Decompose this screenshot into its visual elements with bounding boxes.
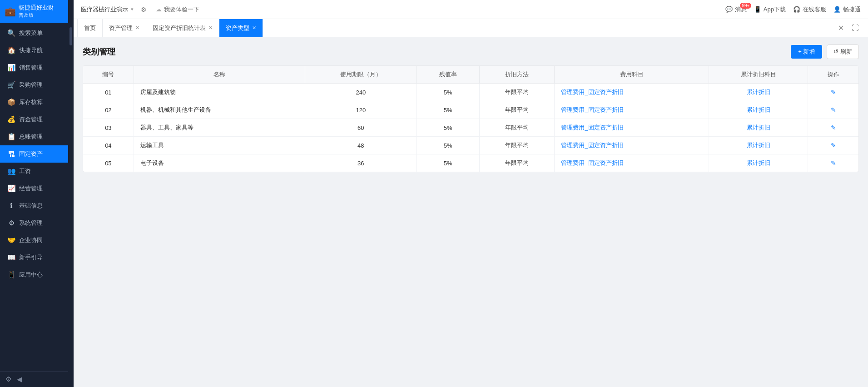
app-name: 畅捷通好业财 (19, 4, 54, 12)
maximize-button[interactable]: ⛶ (850, 23, 861, 34)
cell-edit-button[interactable]: ✎ (808, 101, 858, 119)
cell-accumulated-subject: 累计折旧 (709, 84, 808, 101)
sidebar-item-fixed-assets[interactable]: 🏗 固定资产 (0, 145, 68, 163)
operations-icon: 📈 (7, 184, 15, 193)
sidebar-scroll-thumb[interactable] (69, 27, 72, 45)
cell-residual: 5% (417, 84, 480, 101)
col-period: 使用期限（月） (305, 66, 417, 84)
sidebar-item-label: 基础信息 (19, 202, 43, 210)
sidebar-item-basic-info[interactable]: ℹ 基础信息 (0, 197, 68, 214)
home-icon: 🏠 (7, 46, 15, 55)
col-residual: 残值率 (417, 66, 480, 84)
tab-close-icon[interactable]: ✕ (135, 25, 139, 31)
tab-asset-management[interactable]: 资产管理 ✕ (103, 19, 146, 37)
cell-method: 年限平均 (480, 137, 555, 154)
sidebar-scroll-track[interactable] (68, 0, 74, 387)
col-operation: 操作 (808, 66, 858, 84)
sidebar-item-label: 库存核算 (19, 98, 43, 106)
cell-residual: 5% (417, 137, 480, 154)
cell-period: 36 (305, 154, 417, 172)
cell-edit-button[interactable]: ✎ (808, 137, 858, 154)
sidebar-item-label: 新手引导 (19, 253, 43, 262)
inventory-icon: 📦 (7, 98, 15, 106)
sidebar-item-app-center[interactable]: 📱 应用中心 (0, 266, 68, 283)
tab-close-icon[interactable]: ✕ (252, 25, 256, 31)
sidebar-item-label: 企业协同 (19, 236, 43, 244)
col-accumulated: 累计折旧科目 (709, 66, 808, 84)
sidebar-item-label: 固定资产 (19, 150, 43, 158)
search-icon: 🔍 (7, 29, 15, 37)
cell-accumulated-subject: 累计折旧 (709, 101, 808, 119)
sidebar-item-label: 工资 (19, 167, 31, 175)
message-button[interactable]: 💬 消息 99+ (725, 5, 747, 14)
cell-residual: 5% (417, 101, 480, 119)
sidebar-item-label: 销售管理 (19, 64, 43, 72)
message-icon: 💬 (725, 6, 733, 13)
close-all-button[interactable]: ✕ (835, 23, 846, 34)
tabs-bar: 首页 资产管理 ✕ 固定资产折旧统计表 ✕ 资产类型 ✕ ✕ ⛶ (74, 19, 868, 37)
cell-name: 机器、机械和其他生产设备 (134, 101, 305, 119)
sidebar-item-quick-nav[interactable]: 🏠 快捷导航 (0, 42, 68, 59)
table-row: 05 电子设备 36 5% 年限平均 管理费用_固定资产折旧 累计折旧 ✎ (83, 154, 858, 172)
user-icon: 👤 (833, 6, 841, 13)
cell-code: 05 (83, 154, 134, 172)
sidebar: 💼 畅捷通好业财 普及版 🔍 搜索菜单 🏠 快捷导航 📊 销售管理 🛒 采购管理… (0, 0, 68, 387)
tab-close-icon[interactable]: ✕ (208, 25, 213, 31)
sidebar-item-ledger[interactable]: 📋 总账管理 (0, 128, 68, 145)
refresh-button[interactable]: ↺ 刷新 (827, 45, 859, 59)
cell-method: 年限平均 (480, 154, 555, 172)
capital-icon: 💰 (7, 115, 15, 124)
cell-period: 60 (305, 119, 417, 137)
cell-edit-button[interactable]: ✎ (808, 119, 858, 137)
col-name: 名称 (134, 66, 305, 84)
sidebar-item-label: 总账管理 (19, 133, 43, 141)
tab-depreciation-table[interactable]: 固定资产折旧统计表 ✕ (146, 19, 219, 37)
cell-accumulated-subject: 累计折旧 (709, 137, 808, 154)
sidebar-item-system[interactable]: ⚙ 系统管理 (0, 214, 68, 232)
sidebar-item-cooperation[interactable]: 🤝 企业协同 (0, 232, 68, 249)
module-selector[interactable]: 医疗器械行业演示 ▾ (81, 5, 134, 14)
topbar-right: 💬 消息 99+ 📱 App下载 🎧 在线客服 👤 畅捷通 (725, 5, 861, 14)
cell-code: 01 (83, 84, 134, 101)
module-name: 医疗器械行业演示 (81, 5, 128, 14)
cooperation-icon: 🤝 (7, 236, 15, 244)
sidebar-item-guide[interactable]: 📖 新手引导 (0, 249, 68, 266)
app-download-button[interactable]: 📱 App下载 (754, 5, 786, 14)
cell-expense-subject: 管理费用_固定资产折旧 (555, 84, 709, 101)
tab-asset-type-label: 资产类型 (226, 24, 249, 32)
col-code: 编号 (83, 66, 134, 84)
collapse-icon[interactable]: ◀ (17, 375, 22, 383)
sidebar-item-purchase[interactable]: 🛒 采购管理 (0, 76, 68, 94)
topbar-gear-icon[interactable]: ⚙ (141, 6, 147, 13)
sidebar-item-payroll[interactable]: 👥 工资 (0, 163, 68, 180)
sidebar-item-capital[interactable]: 💰 资金管理 (0, 111, 68, 128)
cell-edit-button[interactable]: ✎ (808, 154, 858, 172)
basic-info-icon: ℹ (7, 202, 15, 210)
new-button[interactable]: + 新增 (791, 45, 822, 59)
sidebar-item-label: 快捷导航 (19, 46, 43, 55)
online-service-button[interactable]: 🎧 在线客服 (793, 5, 826, 14)
table-row: 02 机器、机械和其他生产设备 120 5% 年限平均 管理费用_固定资产折旧 … (83, 101, 858, 119)
user-button[interactable]: 👤 畅捷通 (833, 5, 861, 14)
experience-label: 我要体验一下 (164, 5, 199, 14)
experience-button[interactable]: ☁ 我要体验一下 (156, 5, 199, 14)
table-row: 03 器具、工具、家具等 60 5% 年限平均 管理费用_固定资产折旧 累计折旧… (83, 119, 858, 137)
cell-edit-button[interactable]: ✎ (808, 84, 858, 101)
system-icon: ⚙ (7, 219, 15, 227)
sidebar-item-operations[interactable]: 📈 经营管理 (0, 180, 68, 197)
table-row: 04 运输工具 48 5% 年限平均 管理费用_固定资产折旧 累计折旧 ✎ (83, 137, 858, 154)
tab-depreciation-label: 固定资产折旧统计表 (153, 24, 206, 32)
settings-icon[interactable]: ⚙ (5, 375, 11, 383)
tab-asset-type[interactable]: 资产类型 ✕ (219, 19, 263, 37)
tab-home[interactable]: 首页 (77, 19, 103, 37)
cell-accumulated-subject: 累计折旧 (709, 119, 808, 137)
payroll-icon: 👥 (7, 167, 15, 175)
online-service-label: 在线客服 (803, 5, 826, 14)
sidebar-item-sales[interactable]: 📊 销售管理 (0, 59, 68, 76)
sidebar-item-inventory[interactable]: 📦 库存核算 (0, 94, 68, 111)
sidebar-item-search[interactable]: 🔍 搜索菜单 (0, 25, 68, 42)
cell-accumulated-subject: 累计折旧 (709, 154, 808, 172)
cell-name: 运输工具 (134, 137, 305, 154)
app-download-label: App下载 (764, 5, 786, 14)
cell-method: 年限平均 (480, 84, 555, 101)
